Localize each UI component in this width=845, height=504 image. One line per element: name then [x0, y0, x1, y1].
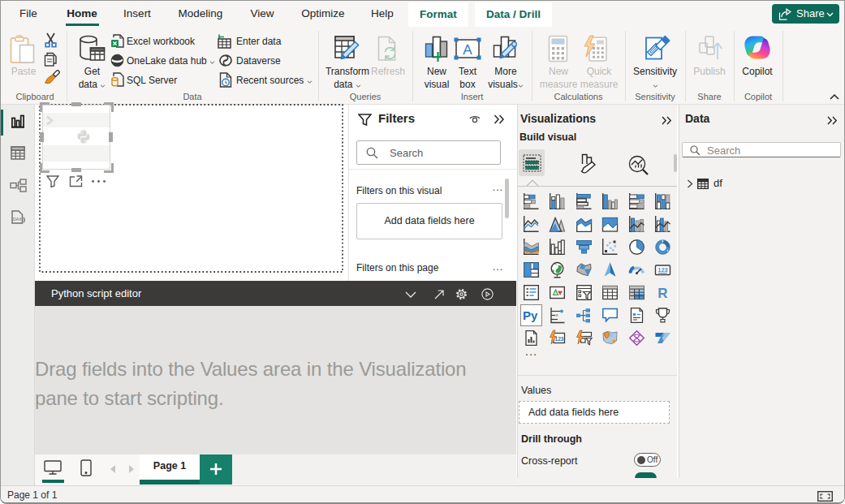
svg-text:DAX: DAX [13, 217, 22, 222]
svg-text:A: A [463, 42, 472, 58]
svg-text:R: R [657, 286, 667, 301]
svg-text:Py: Py [523, 308, 538, 322]
svg-text:123: 123 [657, 266, 668, 274]
